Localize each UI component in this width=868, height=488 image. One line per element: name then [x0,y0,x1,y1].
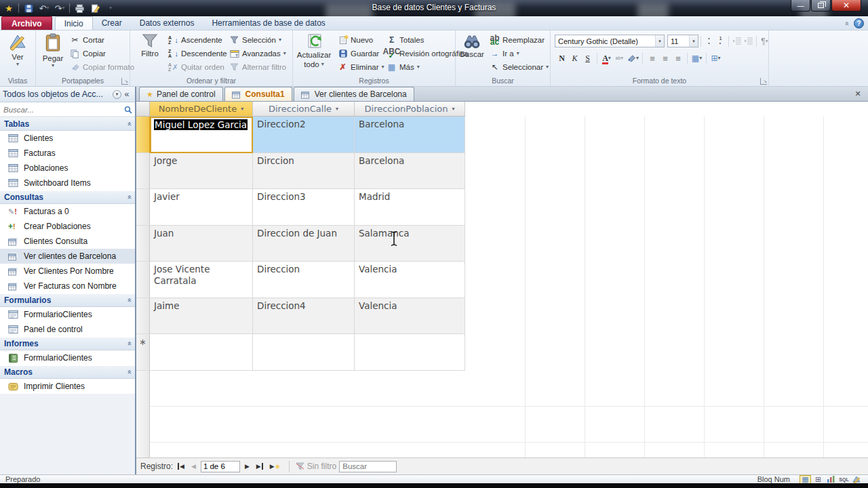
record-selector[interactable] [136,153,150,190]
last-record-button[interactable]: ▶ [254,463,265,470]
section-tablas[interactable]: Tablas» [0,117,135,131]
alternate-row-color-button[interactable]: ⊞▾ [710,52,722,64]
collapse-section-icon[interactable]: » [125,195,133,199]
minimize-ribbon-icon[interactable]: » [842,21,850,25]
quitar-orden-button[interactable]: AZ✗ Quitar orden [168,60,227,74]
collapse-section-icon[interactable]: » [125,298,133,302]
dialog-launcher-icon[interactable]: ↘ [121,78,128,85]
cell[interactable]: Jorge [150,153,253,190]
column-header-nombredecliente[interactable]: NombreDeCliente▾ [150,102,253,117]
nav-item-panel-de-control[interactable]: Panel de control [0,322,135,337]
select-all-corner[interactable] [136,102,150,117]
cell[interactable]: Valencia [355,298,465,335]
cell[interactable]: Direccion [253,262,355,298]
ascendente-button[interactable]: AZ↓ Ascendente [168,33,227,47]
nav-item-crear-poblaciones[interactable]: +!Crear Poblaciones [0,219,135,234]
first-record-button[interactable]: ◀ [176,463,186,470]
cell-empty[interactable] [253,334,355,371]
nav-menu-dropdown-icon[interactable]: ▾ [113,90,121,99]
nav-item-ver-clientes-por-nombre[interactable]: Ver Clientes Por Nombre [0,264,135,279]
record-selector[interactable] [136,226,150,262]
descendente-button[interactable]: ZA↓ Descendente [168,47,227,60]
cell[interactable]: Dirccion [253,153,355,190]
tab-archivo[interactable]: Archivo [1,16,52,30]
nav-item-ver-facturas-con-nombre[interactable]: Ver Facturas con Nombre [0,279,135,293]
buscar-button[interactable]: Buscar [457,30,487,73]
seleccionar-button[interactable]: ↖ Seleccionar ▾ [490,60,549,74]
actualizar-todo-button[interactable]: Actualizar todo▾ [294,30,334,73]
seleccion-button[interactable]: Selección ▾ [229,33,286,47]
record-selector[interactable] [136,189,150,226]
restore-button[interactable] [811,0,831,12]
column-dropdown-icon[interactable]: ▾ [452,106,454,112]
close-button[interactable]: ✕ [831,0,861,12]
bullets-button[interactable]: •• [703,35,715,47]
gridlines-button[interactable]: ▦▾ [691,52,703,64]
column-dropdown-icon[interactable]: ▾ [336,106,338,112]
cell-editing[interactable]: Miguel Lopez Garcia [150,117,253,153]
cell[interactable]: Javier [150,189,253,226]
minimize-button[interactable]: — [791,0,810,12]
new-record-button[interactable]: ▶∗ [268,462,283,471]
font-size-combo[interactable]: 11 ▾ [667,35,698,47]
nav-item-facturas-a-0[interactable]: ✎!Facturas a 0 [0,204,135,219]
cell[interactable]: Salamanca [355,226,465,262]
reemplazar-button[interactable]: abac Reemplazar [490,33,549,47]
underline-button[interactable]: S [582,52,593,64]
nav-item-informe-formularioclientes[interactable]: FormularioClientes [0,350,135,365]
nav-item-ver-clientes-de-barcelona[interactable]: Ver clientes de Barcelona [0,249,135,264]
ir-a-button[interactable]: → Ir a ▾ [490,47,549,60]
font-color-button[interactable]: A▾ [601,52,612,64]
cell-empty[interactable] [355,334,465,371]
cell[interactable]: Jaime [150,298,253,335]
pegar-button[interactable]: Pegar ▾ [39,30,67,73]
cell[interactable]: Direccion3 [253,189,355,226]
cell[interactable]: Juan [150,226,253,262]
nav-item-poblaciones[interactable]: Poblaciones [0,161,135,176]
eliminar-button[interactable]: ✗ Eliminar ▾ [338,60,384,74]
design-view-button[interactable] [851,475,863,484]
highlight-button[interactable]: ab▾ [614,52,625,64]
tab-inicio[interactable]: Inicio [55,16,93,30]
bold-button[interactable]: N [556,52,568,64]
search-icon[interactable] [121,106,135,114]
align-right-button[interactable]: ≡ [672,52,684,64]
align-left-button[interactable]: ≡ [646,52,658,64]
section-consultas[interactable]: Consultas» [0,190,135,204]
nav-item-formularioclientes[interactable]: FormularioClientes [0,307,135,322]
nav-item-facturas[interactable]: Facturas [0,146,135,161]
column-dropdown-icon[interactable]: ▾ [241,106,243,112]
nav-item-switchboard-items[interactable]: Switchboard Items [0,176,135,190]
sql-view-button[interactable]: SQL [838,475,850,484]
cell[interactable]: Jose Vicente Carratala [150,262,253,298]
collapse-section-icon[interactable]: » [125,370,133,374]
doc-tab-ver-clientes-de-barcelona[interactable]: Ver clientes de Barcelona [294,87,414,101]
new-record-selector[interactable]: ∗ [136,334,150,371]
avanzadas-button[interactable]: Avanzadas ▾ [229,47,286,60]
cell[interactable]: Direccion4 [253,298,355,335]
guardar-button[interactable]: Guardar [338,47,384,60]
tab-datos-externos[interactable]: Datos externos [131,16,203,30]
datasheet-view-button[interactable]: ▦ [800,475,811,484]
previous-record-button[interactable]: ◀ [189,463,198,470]
column-header-direccioncalle[interactable]: DireccionCalle▾ [253,102,355,117]
pivotchart-view-button[interactable] [825,475,837,484]
cell[interactable]: Valencia [355,262,465,298]
filter-state-button[interactable]: Sin filtro [296,462,336,471]
collapse-section-icon[interactable]: » [125,342,133,346]
increase-indent-button[interactable] [743,35,754,47]
cell[interactable]: Barcelona [355,117,465,153]
numbering-button[interactable]: 1• [715,35,726,47]
nav-item-clientes[interactable]: Clientes [0,131,135,146]
doc-tab-panel-de-control[interactable]: ★ Panel de control [139,87,223,101]
font-name-combo[interactable]: Century Gothic (Detalle) ▾ [555,35,665,47]
cell[interactable]: Barcelona [355,153,465,190]
record-selector[interactable] [136,262,150,298]
cell[interactable]: Direccion de Juan [253,226,355,262]
nav-item-imprimir-clientes[interactable]: Imprimir Clientes [0,379,135,394]
paragraph-direction-button[interactable]: ¶▾ [759,35,770,47]
align-center-button[interactable]: ≡ [659,52,671,64]
nav-item-clientes-consulta[interactable]: Clientes Consulta [0,234,135,249]
column-header-direccionpoblacion[interactable]: DireccionPoblacion▾ [355,102,465,117]
cell[interactable]: Madrid [355,189,465,226]
